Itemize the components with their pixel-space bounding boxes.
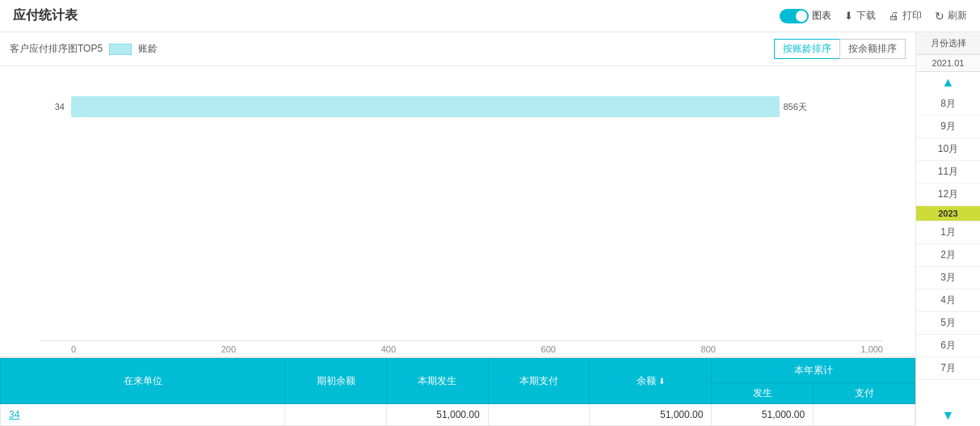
bar-fill-0	[71, 96, 780, 117]
cell-ytd-pay	[814, 404, 915, 426]
sidebar-months-list: 8月 9月 10月 11月 12月 2023 1月 2月 3月 4月 5月 6月…	[916, 93, 980, 405]
sidebar-scroll-down-button[interactable]: ▼	[916, 405, 980, 426]
month-item-6[interactable]: 6月	[916, 335, 980, 357]
refresh-button[interactable]: 刷新	[935, 9, 967, 23]
x-axis-3: 600	[541, 344, 556, 354]
sort-by-balance-button[interactable]: 按余额排序	[839, 39, 906, 59]
year-marker-2023[interactable]: 2023	[916, 206, 980, 221]
sidebar-year-value: 2021.01	[916, 55, 980, 72]
print-icon	[889, 10, 899, 22]
print-button[interactable]: 打印	[889, 9, 922, 23]
app-header: 应付统计表 图表 下载 打印 刷新	[0, 0, 980, 32]
bar-row-0: 34 856天	[40, 91, 899, 123]
month-item-8[interactable]: 8月	[916, 93, 980, 116]
cell-current-pay	[488, 404, 590, 426]
x-axis-4: 800	[701, 344, 716, 354]
cell-unit[interactable]: 34	[1, 404, 285, 426]
chart-area: 34 856天 0 200 400 600 800	[0, 66, 915, 356]
table-row: 34 51,000.00 51,000.00 51,000.00	[1, 404, 915, 426]
bar-label-0: 34	[40, 102, 65, 112]
month-item-9[interactable]: 9月	[916, 116, 980, 138]
month-item-5[interactable]: 5月	[916, 312, 980, 335]
bar-track-0: 856天	[71, 96, 899, 117]
chart-toggle-label: 图表	[812, 9, 831, 23]
month-item-1[interactable]: 1月	[916, 221, 980, 244]
main-content: 客户应付排序图TOP5 账龄 按账龄排序 按余额排序 34	[0, 32, 980, 426]
th-ytd-pay: 支付	[814, 383, 915, 404]
th-ytd: 本年累计	[712, 359, 915, 383]
bar-chart: 34 856天 0 200 400 600 800	[40, 91, 899, 348]
page-title: 应付统计表	[13, 7, 78, 24]
th-balance: 余额 ⬇	[590, 359, 712, 404]
table-body: 34 51,000.00 51,000.00 51,000.00	[1, 404, 915, 426]
x-axis-2: 400	[381, 344, 396, 354]
cell-ytd-occur: 51,000.00	[712, 404, 814, 426]
month-item-12[interactable]: 12月	[916, 183, 980, 206]
sidebar-scroll-up-button[interactable]: ▲	[916, 72, 980, 93]
legend-color-box	[109, 44, 132, 55]
chart-legend: 客户应付排序图TOP5 账龄	[10, 42, 158, 56]
cell-opening	[285, 404, 387, 426]
chart-section: 客户应付排序图TOP5 账龄 按账龄排序 按余额排序 34	[0, 32, 915, 426]
download-button[interactable]: 下载	[844, 9, 876, 23]
sidebar-header: 月份选择	[916, 32, 980, 55]
right-sidebar: 月份选择 2021.01 ▲ 8月 9月 10月 11月 12月 2023 1月…	[915, 32, 980, 426]
th-current-pay: 本期支付	[488, 359, 590, 404]
header-actions: 图表 下载 打印 刷新	[780, 9, 967, 23]
x-axis-1: 200	[221, 344, 236, 354]
download-icon	[844, 10, 853, 22]
month-item-10[interactable]: 10月	[916, 138, 980, 161]
th-current-occur: 本期发生	[386, 359, 488, 404]
x-axis-0: 0	[71, 344, 76, 354]
table-section: 在来单位 期初余额 本期发生 本期支付 余额 ⬇ 本年累计 发生 支付	[0, 356, 915, 426]
sort-buttons: 按账龄排序 按余额排序	[774, 39, 906, 59]
cell-balance: 51,000.00	[590, 404, 712, 426]
chart-toggle-wrap: 图表	[780, 9, 831, 23]
th-opening: 期初余额	[285, 359, 387, 404]
month-item-4[interactable]: 4月	[916, 289, 980, 312]
month-item-3[interactable]: 3月	[916, 267, 980, 289]
bar-end-label-0: 856天	[783, 101, 806, 113]
chart-toggle[interactable]	[780, 9, 809, 23]
sort-by-age-button[interactable]: 按账龄排序	[774, 39, 839, 59]
data-table: 在来单位 期初余额 本期发生 本期支付 余额 ⬇ 本年累计 发生 支付	[0, 358, 915, 426]
refresh-icon	[935, 10, 944, 23]
legend-title: 客户应付排序图TOP5	[10, 42, 103, 56]
chart-topbar: 客户应付排序图TOP5 账龄 按账龄排序 按余额排序	[0, 32, 915, 66]
table-header-row1: 在来单位 期初余额 本期发生 本期支付 余额 ⬇ 本年累计	[1, 359, 915, 383]
month-item-2[interactable]: 2月	[916, 244, 980, 267]
month-item-7[interactable]: 7月	[916, 357, 980, 380]
x-axis-5: 1,000	[860, 344, 883, 354]
legend-box-label: 账龄	[138, 42, 158, 56]
th-ytd-occur: 发生	[712, 383, 814, 404]
cell-current-occur: 51,000.00	[386, 404, 488, 426]
x-axis: 0 200 400 600 800 1,000	[40, 340, 883, 354]
th-unit: 在来单位	[1, 359, 285, 404]
month-item-11[interactable]: 11月	[916, 161, 980, 183]
